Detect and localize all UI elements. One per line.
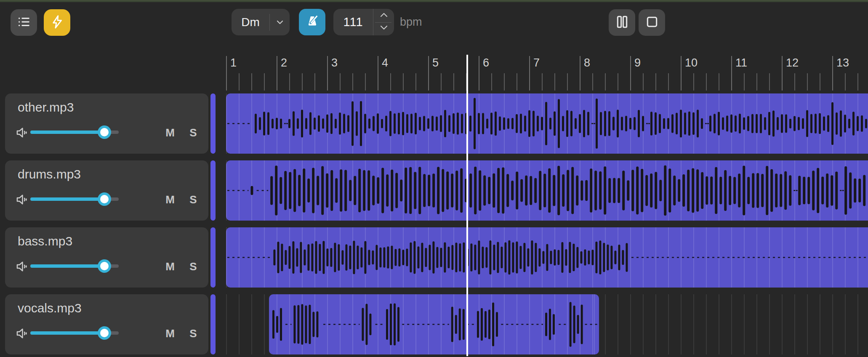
ruler-tick (592, 73, 593, 91)
bpm-decrement-button[interactable] (373, 22, 394, 36)
waveform-canvas (226, 160, 868, 221)
ruler-tick (782, 56, 783, 91)
bpm-increment-button[interactable] (373, 9, 394, 22)
track-color-bar (210, 227, 216, 288)
volume-slider[interactable] (30, 264, 119, 268)
key-value: Dm (232, 16, 269, 29)
ruler-tick (681, 56, 682, 91)
bpm-value[interactable]: 111 (333, 15, 373, 29)
ruler-tick (820, 73, 820, 91)
volume-icon[interactable] (15, 192, 29, 208)
ruler-tick (605, 73, 606, 91)
track-row: drums.mp3MS (0, 160, 868, 221)
single-view-button[interactable] (639, 9, 665, 36)
mute-button[interactable]: M (162, 327, 178, 341)
volume-slider[interactable] (30, 197, 119, 201)
ruler-tick (756, 73, 757, 91)
ruler-tick (719, 73, 719, 91)
track-title: other.mp3 (18, 100, 74, 115)
ruler-tick (744, 73, 745, 91)
ruler-tick (479, 56, 479, 91)
track-title: bass.mp3 (18, 234, 72, 248)
ruler-tick (554, 73, 555, 91)
slider-fill (30, 331, 104, 335)
timeline-ruler[interactable]: 12345678910111213 (0, 55, 868, 91)
audio-region[interactable] (269, 294, 599, 354)
chevron-up-icon (380, 11, 388, 20)
ruler-tick (365, 73, 366, 91)
track-header: drums.mp3MS (5, 160, 208, 221)
ruler-tick (226, 56, 227, 91)
square-icon (645, 15, 659, 30)
solo-button[interactable]: S (186, 126, 201, 140)
chevron-down-icon (270, 17, 290, 27)
solo-button[interactable]: S (186, 260, 201, 274)
playhead[interactable] (466, 55, 468, 356)
track-lane (226, 93, 868, 154)
ruler-tick (769, 73, 770, 91)
ruler-tick (302, 73, 303, 91)
ruler-tick (529, 56, 530, 91)
ruler-tick (567, 73, 568, 91)
ruler-tick (264, 73, 265, 91)
ruler-bar-label: 12 (786, 56, 799, 69)
metronome-icon (305, 14, 320, 31)
volume-slider[interactable] (30, 331, 119, 335)
track-header: bass.mp3MS (5, 227, 208, 288)
ruler-tick (857, 73, 858, 91)
slider-thumb[interactable] (98, 326, 111, 340)
solo-button[interactable]: S (186, 327, 201, 341)
ruler-tick (794, 73, 795, 91)
ruler-tick (352, 73, 353, 91)
ruler-tick (517, 73, 517, 91)
ruler-tick (340, 73, 341, 91)
list-icon (17, 15, 31, 31)
mute-button[interactable]: M (162, 193, 178, 207)
ruler-tick (491, 73, 492, 91)
ruler-tick (643, 73, 644, 91)
mute-button[interactable]: M (162, 260, 178, 274)
ruler-tick (277, 56, 277, 91)
flash-button[interactable] (44, 9, 70, 36)
app: Dm 111 (0, 0, 868, 357)
ruler-tick (378, 56, 378, 91)
ruler-bar-label: 5 (432, 56, 439, 69)
slider-thumb[interactable] (98, 125, 111, 139)
ruler-tick (428, 56, 429, 91)
ruler-bar-label: 9 (634, 56, 641, 69)
mute-button[interactable]: M (162, 126, 178, 140)
key-selector[interactable]: Dm (232, 9, 290, 35)
ruler-bar-label: 6 (483, 56, 489, 69)
ruler-tick (630, 56, 631, 91)
ruler-bar-label: 10 (685, 56, 698, 69)
ruler-tick (706, 73, 707, 91)
audio-region[interactable] (226, 227, 868, 288)
track-title: drums.mp3 (18, 167, 81, 181)
ruler-tick (289, 73, 290, 91)
ruler-bar-label: 13 (836, 56, 849, 69)
volume-icon[interactable] (15, 326, 29, 342)
audio-region[interactable] (226, 160, 868, 221)
ruler-tick (327, 56, 328, 91)
split-view-button[interactable] (609, 9, 635, 36)
ruler-tick (655, 73, 656, 91)
audio-region[interactable] (226, 93, 868, 154)
volume-slider[interactable] (30, 131, 119, 134)
volume-icon[interactable] (15, 125, 29, 141)
solo-button[interactable]: S (186, 193, 201, 207)
track-color-bar (210, 294, 216, 354)
ruler-tick (807, 73, 808, 91)
volume-icon[interactable] (15, 259, 29, 275)
track-color-bar (210, 160, 216, 221)
ruler-bar-label: 3 (331, 56, 338, 69)
waveform-canvas (269, 294, 599, 354)
ruler-tick (832, 56, 833, 91)
tracklist-button[interactable] (11, 9, 37, 36)
slider-thumb[interactable] (98, 259, 111, 273)
track-row: other.mp3MS (0, 93, 868, 154)
bpm-stepper[interactable]: 111 (333, 9, 394, 35)
ruler-tick (845, 73, 846, 91)
metronome-button[interactable] (299, 9, 325, 35)
slider-thumb[interactable] (98, 192, 111, 206)
ruler-bar-label: 4 (382, 56, 388, 69)
